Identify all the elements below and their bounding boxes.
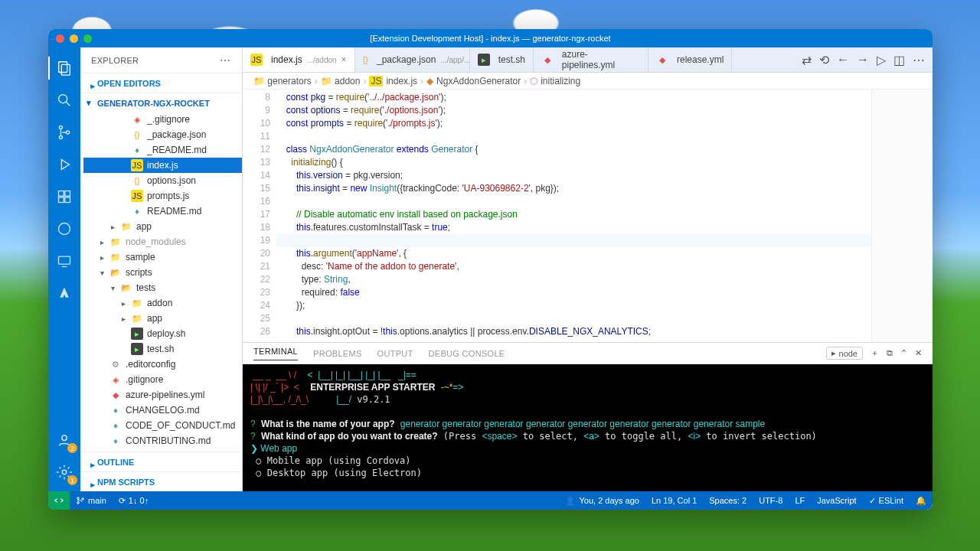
prev-icon[interactable]: ← bbox=[837, 53, 849, 67]
panel-tab[interactable]: PROBLEMS bbox=[313, 349, 362, 358]
file-item[interactable]: {}_package.json bbox=[83, 127, 242, 142]
status-eslint[interactable]: ✓ ESLint bbox=[863, 496, 910, 506]
status-branch[interactable]: main bbox=[70, 496, 113, 505]
more-icon[interactable]: ⋯ bbox=[913, 53, 925, 67]
next-icon[interactable]: → bbox=[857, 53, 869, 67]
folder-item[interactable]: ▸📁addon bbox=[83, 295, 242, 311]
file-item[interactable]: ◈.gitignore bbox=[83, 372, 242, 387]
activity-bar: 2 1 bbox=[48, 47, 80, 491]
editor-tab[interactable]: ▸test.sh bbox=[470, 47, 534, 72]
file-item[interactable]: ♦CONTRIBUTING.md bbox=[83, 433, 242, 448]
file-item[interactable]: ♦CHANGELOG.md bbox=[83, 403, 242, 418]
search-icon[interactable] bbox=[48, 84, 80, 116]
settings-gear-icon[interactable]: 1 bbox=[48, 456, 80, 488]
panel-tab[interactable]: DEBUG CONSOLE bbox=[429, 349, 505, 358]
traffic-light[interactable] bbox=[70, 34, 78, 43]
breadcrumb-item[interactable]: ⬡ initializing bbox=[530, 76, 580, 86]
svg-point-4 bbox=[59, 135, 62, 139]
tab-close-icon[interactable]: × bbox=[341, 54, 347, 65]
svg-point-5 bbox=[67, 131, 70, 134]
terminal-selector[interactable]: ▸node bbox=[826, 347, 863, 360]
new-terminal-icon[interactable]: ＋ bbox=[871, 347, 879, 359]
status-bell-icon[interactable]: 🔔 bbox=[910, 496, 933, 506]
folder-item[interactable]: ▾📂scripts bbox=[83, 265, 242, 280]
folder-item[interactable]: ▸📁node_modules bbox=[83, 234, 242, 249]
traffic-light[interactable] bbox=[56, 34, 64, 43]
editor[interactable]: 891011121314151617181920212223242526 con… bbox=[243, 90, 933, 342]
breadcrumb[interactable]: 📁 generators›📁 addon›JS index.js›◆ NgxAd… bbox=[243, 73, 933, 90]
svg-point-2 bbox=[59, 95, 67, 103]
remote-explorer-icon[interactable] bbox=[48, 245, 80, 277]
editor-tab[interactable]: ◆azure-pipelines.yml bbox=[534, 47, 648, 72]
sync-icon[interactable]: ⟲ bbox=[819, 53, 829, 67]
file-item[interactable]: JSindex.js bbox=[83, 158, 242, 173]
panel-tab[interactable]: TERMINAL bbox=[253, 347, 298, 360]
svg-point-16 bbox=[82, 498, 84, 500]
status-blame[interactable]: 👤 You, 2 days ago bbox=[559, 496, 645, 506]
run-icon[interactable]: ▷ bbox=[877, 53, 886, 67]
folder-item[interactable]: ▾📂tests bbox=[83, 280, 242, 295]
svg-rect-6 bbox=[59, 191, 64, 197]
traffic-lights bbox=[48, 34, 92, 43]
section-open-editors[interactable]: ▾OPEN EDITORS bbox=[80, 76, 242, 90]
minimap[interactable] bbox=[871, 90, 933, 342]
file-item[interactable]: ♦CODE_OF_CONDUCT.md bbox=[83, 418, 242, 433]
file-item[interactable]: ⚙.editorconfig bbox=[83, 357, 242, 372]
traffic-light[interactable] bbox=[83, 34, 92, 43]
debug-icon[interactable] bbox=[48, 148, 80, 181]
panel-tab[interactable]: OUTPUT bbox=[377, 349, 413, 358]
status-indent[interactable]: Spaces: 2 bbox=[703, 496, 753, 506]
breadcrumb-item[interactable]: ◆ NgxAddonGenerator bbox=[426, 76, 521, 86]
status-eol[interactable]: LF bbox=[789, 496, 811, 506]
panel: TERMINALPROBLEMSOUTPUTDEBUG CONSOLE ▸nod… bbox=[243, 342, 933, 491]
svg-rect-9 bbox=[65, 197, 70, 203]
file-item[interactable]: ♦README.md bbox=[83, 204, 242, 219]
status-bar: main ⟳ 1↓ 0↑ 👤 You, 2 days ago Ln 19, Co… bbox=[48, 491, 933, 510]
editor-tab[interactable]: ◆release.yml bbox=[648, 47, 732, 72]
svg-point-13 bbox=[62, 470, 67, 474]
status-encoding[interactable]: UTF-8 bbox=[753, 496, 789, 506]
svg-point-12 bbox=[62, 435, 67, 440]
section-workspace[interactable]: ▾GENERATOR-NGX-ROCKET bbox=[80, 96, 242, 110]
status-position[interactable]: Ln 19, Col 1 bbox=[645, 496, 703, 506]
account-badge: 2 bbox=[67, 443, 77, 453]
file-item[interactable]: ◈_.gitignore bbox=[83, 112, 242, 127]
account-icon[interactable]: 2 bbox=[48, 424, 80, 456]
svg-point-3 bbox=[59, 126, 62, 129]
breadcrumb-item[interactable]: JS index.js bbox=[369, 76, 417, 86]
sidebar-more-icon[interactable]: ⋯ bbox=[220, 54, 231, 67]
panel-chevron-icon[interactable]: ⌃ bbox=[900, 348, 907, 358]
folder-item[interactable]: ▸📁app bbox=[83, 311, 242, 326]
extensions-icon[interactable] bbox=[48, 181, 80, 213]
folder-item[interactable]: ▸📁sample bbox=[83, 249, 242, 265]
breadcrumb-item[interactable]: 📁 generators bbox=[253, 76, 312, 86]
panel-close-icon[interactable]: ✕ bbox=[915, 348, 922, 358]
section-outline[interactable]: ▾OUTLINE bbox=[80, 455, 242, 469]
file-item[interactable]: JSprompts.js bbox=[83, 188, 242, 204]
editor-tabs: JSindex.js.../addon×{}_package.json.../a… bbox=[243, 47, 933, 73]
compare-icon[interactable]: ⇄ bbox=[802, 53, 812, 67]
split-terminal-icon[interactable]: ⧉ bbox=[887, 348, 893, 358]
file-item[interactable]: ▸deploy.sh bbox=[83, 326, 242, 341]
breadcrumb-item[interactable]: 📁 addon bbox=[321, 76, 361, 86]
remote-indicator[interactable] bbox=[48, 491, 70, 510]
svg-rect-0 bbox=[59, 62, 67, 73]
status-language[interactable]: JavaScript bbox=[811, 496, 862, 506]
azure-icon[interactable] bbox=[48, 277, 80, 309]
terminal[interactable]: __ _ __ \ / < |__| |_| |__| |_| |__ _|==… bbox=[243, 364, 933, 491]
editor-tab[interactable]: {}_package.json.../app/... bbox=[355, 47, 470, 72]
split-icon[interactable]: ◫ bbox=[893, 53, 905, 67]
file-item[interactable]: ♦_README.md bbox=[83, 142, 242, 158]
section-npm-scripts[interactable]: ▾NPM SCRIPTS bbox=[80, 474, 242, 489]
file-item[interactable]: ▸test.sh bbox=[83, 341, 242, 357]
svg-rect-7 bbox=[65, 191, 70, 197]
file-item[interactable]: ◆azure-pipelines.yml bbox=[83, 387, 242, 403]
editor-tab[interactable]: JSindex.js.../addon× bbox=[243, 47, 355, 72]
status-sync[interactable]: ⟳ 1↓ 0↑ bbox=[113, 496, 155, 506]
file-item[interactable]: {}options.json bbox=[83, 173, 242, 188]
github-icon[interactable] bbox=[48, 213, 80, 245]
source-control-icon[interactable] bbox=[48, 116, 80, 148]
folder-item[interactable]: ▸📁app bbox=[83, 219, 242, 234]
explorer-icon[interactable] bbox=[48, 52, 80, 84]
sidebar-title: EXPLORER⋯ bbox=[80, 47, 242, 73]
